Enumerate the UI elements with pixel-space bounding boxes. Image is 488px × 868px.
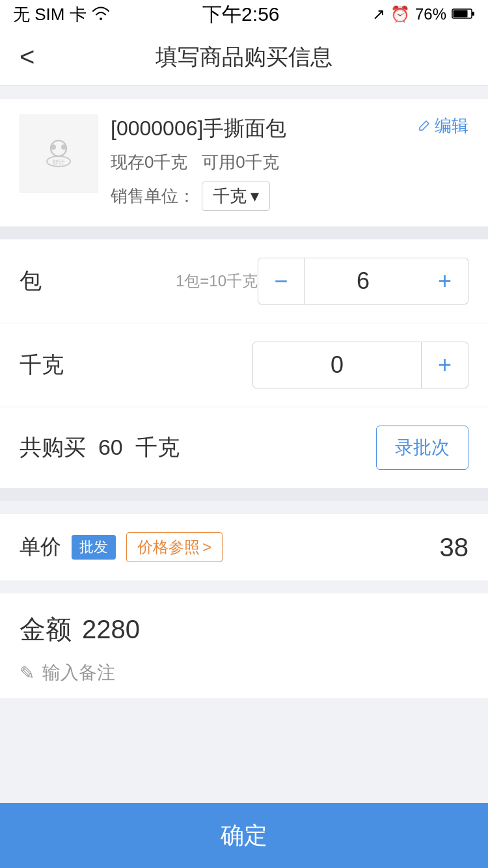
amount-value: 2280 — [82, 615, 140, 644]
nav-bar: < 填写商品购买信息 — [0, 29, 488, 86]
total-value: 60 — [98, 435, 123, 459]
status-bar: 无 SIM 卡 下午2:56 ↗ ⏰ 76% — [0, 0, 488, 29]
record-batch-button[interactable]: 录批次 — [376, 426, 468, 470]
remark-placeholder: 输入备注 — [42, 660, 115, 685]
amount-label: 金额 — [20, 612, 72, 647]
total-label: 共购买 60 千克 — [20, 433, 180, 463]
quantity-section: 包 1包=10千克 − + 千克 + — [0, 239, 488, 407]
battery-text: 76% — [415, 5, 446, 23]
remark-row[interactable]: ✎ 输入备注 — [20, 660, 468, 685]
package-quantity-control: − + — [258, 258, 468, 305]
edit-button[interactable]: 编辑 — [416, 115, 468, 137]
content-spacer — [0, 698, 488, 803]
status-carrier: 无 SIM 卡 — [13, 3, 110, 26]
price-section: 单价 批发 价格参照 > 38 — [0, 514, 488, 580]
price-value: 38 — [440, 533, 469, 562]
location-icon: ↗ — [372, 5, 385, 23]
kg-row: 千克 + — [0, 323, 488, 407]
package-row: 包 1包=10千克 − + — [0, 239, 488, 323]
svg-rect-1 — [472, 12, 474, 16]
price-row: 单价 批发 价格参照 > 38 — [20, 532, 468, 562]
alarm-icon: ⏰ — [390, 5, 410, 23]
product-card: 智计 [0000006]手撕面包 编辑 现存0千克 可用0千克 销售单位： 千克… — [0, 99, 488, 226]
kg-label: 千克 — [20, 350, 252, 380]
package-minus-button[interactable]: − — [258, 258, 305, 305]
confirm-button[interactable]: 确定 — [0, 803, 488, 868]
package-quantity-input[interactable] — [305, 258, 422, 305]
section-divider-2 — [0, 488, 488, 501]
product-info: [0000006]手撕面包 编辑 现存0千克 可用0千克 销售单位： 千克 ▾ — [111, 115, 468, 211]
svg-point-4 — [51, 144, 56, 150]
price-tag: 批发 — [72, 535, 116, 560]
price-ref-button[interactable]: 价格参照 > — [126, 532, 223, 562]
wifi-icon — [92, 5, 110, 25]
package-hint: 1包=10千克 — [176, 271, 258, 292]
remark-icon: ✎ — [20, 662, 34, 684]
svg-text:智计: 智计 — [52, 159, 65, 166]
amount-row: 金额 2280 — [20, 612, 468, 647]
carrier-text: 无 SIM 卡 — [13, 3, 87, 26]
product-name: [0000006]手撕面包 — [111, 115, 286, 143]
kg-quantity-input[interactable] — [252, 342, 422, 388]
kg-quantity-control: + — [252, 342, 468, 388]
amount-section: 金额 2280 ✎ 输入备注 — [0, 593, 488, 698]
product-stock: 现存0千克 可用0千克 — [111, 151, 468, 174]
svg-point-5 — [61, 144, 66, 150]
svg-rect-2 — [453, 10, 467, 18]
package-plus-button[interactable]: + — [422, 258, 468, 305]
unit-select[interactable]: 千克 ▾ — [202, 182, 270, 211]
price-label: 单价 — [20, 533, 61, 562]
status-right: ↗ ⏰ 76% — [372, 5, 475, 23]
back-button[interactable]: < — [20, 42, 34, 72]
status-time: 下午2:56 — [202, 1, 279, 28]
product-image: 智计 — [20, 115, 98, 193]
product-unit-row: 销售单位： 千克 ▾ — [111, 182, 468, 211]
kg-plus-button[interactable]: + — [422, 342, 468, 388]
section-divider-1 — [0, 226, 488, 239]
package-label: 包 — [20, 266, 168, 296]
page-title: 填写商品购买信息 — [156, 42, 332, 72]
battery-icon — [452, 5, 475, 23]
total-row: 共购买 60 千克 录批次 — [0, 407, 488, 488]
